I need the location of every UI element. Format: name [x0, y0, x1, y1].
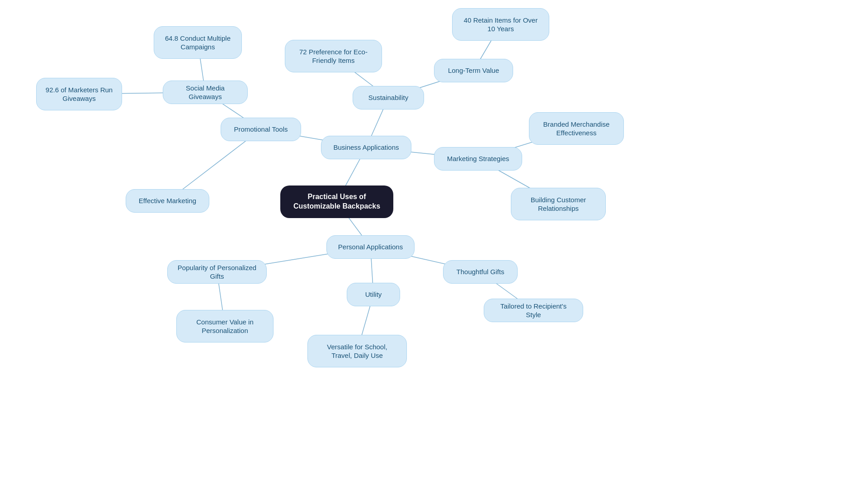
node-root: Practical Uses of Customizable Backpacks [280, 186, 393, 218]
node-utility: Utility [347, 283, 400, 306]
node-effective: Effective Marketing [126, 189, 209, 213]
node-conduct: 64.8 Conduct Multiple Campaigns [154, 26, 242, 59]
node-business: Business Applications [321, 136, 411, 159]
node-sustainability: Sustainability [353, 86, 424, 109]
node-popularity: Popularity of Personalized Gifts [167, 260, 267, 284]
node-eco: 72 Preference for Eco-Friendly Items [285, 40, 382, 72]
node-personal: Personal Applications [326, 235, 415, 259]
node-versatile: Versatile for School, Travel, Daily Use [307, 335, 407, 367]
node-marketers: 92.6 of Marketers Run Giveaways [36, 78, 122, 110]
node-marketing: Marketing Strategies [434, 147, 522, 171]
node-social-media: Social Media Giveaways [163, 81, 248, 104]
node-consumer: Consumer Value in Personalization [176, 310, 274, 343]
node-promotional: Promotional Tools [221, 118, 301, 141]
node-longterm: Long-Term Value [434, 59, 513, 82]
node-branded: Branded Merchandise Effectiveness [529, 112, 624, 145]
node-retain: 40 Retain Items for Over 10 Years [452, 8, 549, 41]
node-building: Building Customer Relationships [511, 188, 606, 220]
node-thoughtful: Thoughtful Gifts [443, 260, 518, 284]
mindmap-canvas: Practical Uses of Customizable Backpacks… [0, 0, 868, 490]
node-tailored: Tailored to Recipient's Style [484, 299, 583, 322]
